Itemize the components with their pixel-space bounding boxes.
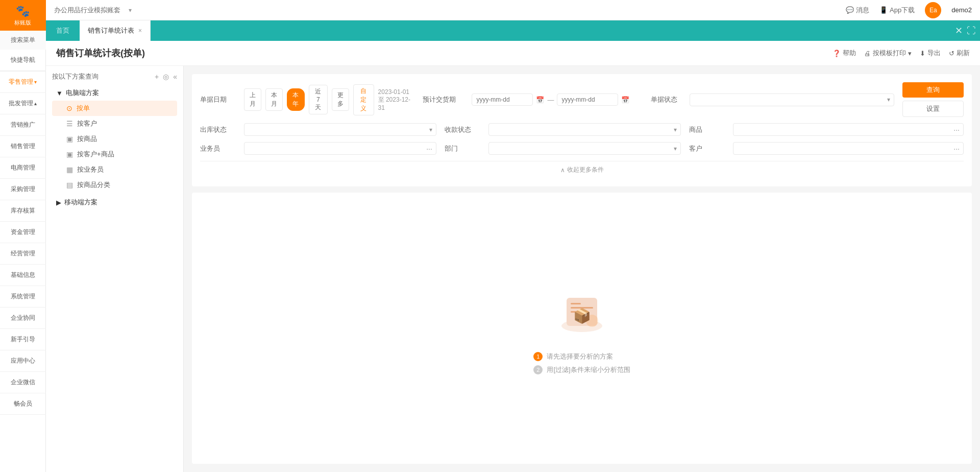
date-btn-this-month[interactable]: 本月 (265, 88, 283, 111)
by-customer-product-icon: ▣ (66, 150, 73, 158)
department-select[interactable] (488, 142, 681, 155)
sidebar-item-corpwechat[interactable]: 企业微信 (0, 372, 46, 393)
expected-delivery-label: 预计交货期 (423, 95, 463, 104)
product-label: 商品 (689, 125, 725, 134)
query-button[interactable]: 查询 (902, 82, 964, 98)
topbar-dropdown-icon[interactable]: ▾ (129, 7, 132, 14)
header-actions: ❓ 帮助 🖨 按模板打印 ▾ ⬇ 导出 ↺ 刷新 (832, 49, 970, 64)
app-download-btn[interactable]: 📱 App下载 (879, 6, 915, 15)
tree-group-mobile-arrow-icon: ▶ (56, 199, 61, 206)
sidebar-item-finance[interactable]: 资金管理 (0, 222, 46, 243)
sidebar-item-operation[interactable]: 经营管理 (0, 243, 46, 265)
sidebar-item-newbie[interactable]: 新手引导 (0, 329, 46, 350)
tree-item-by-product-category[interactable]: ▤ 按商品分类 (52, 177, 177, 193)
sidebar-item-corp[interactable]: 企业协同 (0, 308, 46, 329)
date-btn-this-year[interactable]: 本年 (287, 88, 304, 111)
payment-status-label: 收款状态 (445, 125, 480, 134)
tree-section: ▼ 电脑端方案 ⊙ 按单 ☰ 按客户 ▣ 按商品 (46, 85, 183, 210)
message-btn[interactable]: 💬 消息 (846, 6, 869, 15)
expected-delivery-to[interactable] (557, 93, 618, 106)
sidebar-item-quicknav[interactable]: 快捷导航 (0, 50, 46, 71)
left-panel: 按以下方案查询 + ◎ « ▼ 电脑端方案 ⊙ 按单 (46, 66, 184, 472)
date-btn-last-7days[interactable]: 近7天 (309, 85, 328, 114)
expected-delivery-from[interactable] (472, 93, 533, 106)
sidebar-item-appcenter[interactable]: 应用中心 (0, 350, 46, 372)
salesperson-label: 业务员 (200, 144, 236, 153)
payment-status-wrapper: ▾ (488, 123, 681, 136)
export-btn[interactable]: ⬇ 导出 (920, 49, 941, 58)
left-panel-icons: + ◎ « (155, 73, 177, 81)
template-print-btn[interactable]: 🖨 按模板打印 ▾ (864, 49, 912, 58)
customer-more-icon[interactable]: ··· (953, 145, 960, 153)
collapse-bar[interactable]: ∧ 收起更多条件 (200, 161, 964, 178)
by-order-icon: ⊙ (66, 104, 72, 112)
export-icon: ⬇ (920, 50, 925, 57)
content-area: 按以下方案查询 + ◎ « ▼ 电脑端方案 ⊙ 按单 (46, 66, 980, 472)
refresh-btn[interactable]: ↺ 刷新 (949, 49, 970, 58)
date-btn-more[interactable]: 更多 (332, 88, 349, 111)
customer-input[interactable] (733, 142, 964, 155)
add-scheme-icon[interactable]: + (155, 73, 159, 81)
user-name[interactable]: demo2 (951, 6, 972, 14)
tree-group-pc-title[interactable]: ▼ 电脑端方案 (52, 85, 177, 101)
tree-item-by-customer-product[interactable]: ▣ 按客户+商品 (52, 147, 177, 162)
logo-text: 标账版 (14, 19, 31, 27)
tab-close-icon[interactable]: × (138, 27, 142, 34)
sidebar-item-inventory[interactable]: 库存核算 (0, 200, 46, 222)
tree-item-by-customer[interactable]: ☰ 按客户 (52, 116, 177, 131)
sidebar-item-wholesale[interactable]: 批发管理 ▴ (0, 93, 46, 114)
tree-item-by-product[interactable]: ▣ 按商品 (52, 131, 177, 147)
sidebar-item-basic[interactable]: 基础信息 (0, 265, 46, 286)
print-icon: 🖨 (864, 50, 871, 57)
tab-expand-btn[interactable]: ⛶ (967, 26, 976, 35)
tree-item-by-salesperson[interactable]: ▦ 按业务员 (52, 162, 177, 177)
tab-close-btn[interactable]: ✕ (955, 26, 963, 35)
right-panel: 单据日期 上月 本月 本年 近7天 更多 自定义 2023-01-01 至 20… (184, 66, 980, 472)
date-btn-custom[interactable]: 自定义 (353, 84, 374, 115)
product-more-icon[interactable]: ··· (953, 126, 960, 134)
empty-hint-1: 1 请先选择要分析的方案 (533, 352, 630, 361)
date-label: 单据日期 (200, 95, 236, 104)
sidebar-item-retail[interactable]: 零售管理 ▾ (0, 72, 46, 93)
search-menu[interactable]: 搜索菜单 (0, 31, 46, 50)
app-icon: 📱 (879, 6, 888, 14)
left-panel-title: 按以下方案查询 (52, 72, 99, 81)
ship-status-select[interactable] (244, 123, 436, 136)
topbar-right: 💬 消息 📱 App下载 Ea demo2 (846, 2, 972, 18)
svg-rect-2 (571, 303, 581, 304)
empty-hint-2: 2 用[过滤]条件来缩小分析范围 (533, 365, 630, 374)
sidebar-item-system[interactable]: 系统管理 (0, 286, 46, 308)
sidebar-item-purchase[interactable]: 采购管理 (0, 179, 46, 200)
avatar[interactable]: Ea (925, 2, 941, 18)
product-wrapper: ··· (733, 123, 964, 136)
salesperson-more-icon[interactable]: ··· (426, 145, 432, 153)
logo[interactable]: 🐾 标账版 (0, 0, 46, 31)
sidebar-item-ecommerce[interactable]: 电商管理 (0, 157, 46, 179)
department-wrapper: ▾ (488, 142, 681, 155)
collapse-panel-icon[interactable]: « (173, 73, 177, 81)
page-title: 销售订单统计表(按单) (56, 47, 145, 65)
empty-state: 📦 1 请先选择要分析的方案 2 用[过滤]条件来缩小分析范围 (192, 193, 972, 464)
salesperson-input[interactable] (244, 142, 436, 155)
chevron-down-icon: ▾ (34, 79, 37, 85)
chevron-down-icon: ▾ (908, 50, 912, 57)
empty-icon: 📦 (551, 282, 612, 344)
tab-sales-order[interactable]: 销售订单统计表 × (80, 20, 151, 41)
doc-status-select[interactable] (690, 93, 894, 106)
settings-button[interactable]: 设置 (902, 101, 964, 117)
date-range-display: 2023-01-01 至 2023-12-31 (378, 88, 415, 111)
tab-home[interactable]: 首页 (46, 20, 80, 41)
date-btn-last-month[interactable]: 上月 (244, 88, 261, 111)
hint-num-2: 2 (533, 365, 543, 374)
doc-status-select-wrapper: ▾ (690, 93, 894, 106)
logo-icon: 🐾 (16, 5, 30, 18)
tree-item-by-order[interactable]: ⊙ 按单 (52, 101, 177, 116)
sidebar-item-member[interactable]: 畅会员 (0, 393, 46, 415)
product-input[interactable] (733, 123, 964, 136)
settings-scheme-icon[interactable]: ◎ (163, 73, 169, 81)
sidebar-item-marketing[interactable]: 营销推广 (0, 114, 46, 136)
sidebar-item-sales[interactable]: 销售管理 (0, 136, 46, 157)
help-btn[interactable]: ❓ 帮助 (832, 49, 856, 58)
tree-group-mobile-title[interactable]: ▶ 移动端方案 (52, 195, 177, 210)
payment-status-select[interactable] (488, 123, 681, 136)
